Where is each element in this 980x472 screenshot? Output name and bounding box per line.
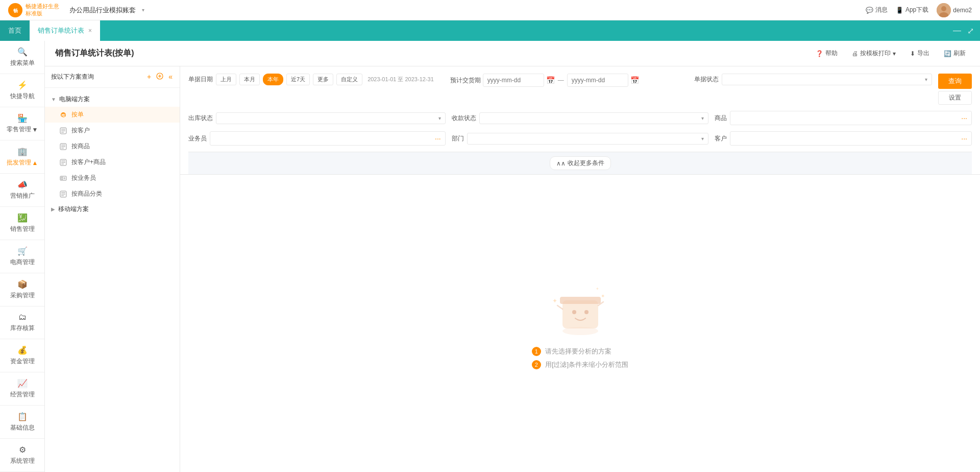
finance-icon: 💰	[17, 345, 28, 355]
tip-num-1: 1	[532, 347, 541, 356]
filter-doc-status-item: 单据状态 ▾	[694, 74, 932, 85]
logo-text: 畅捷通好生意 标准版	[26, 3, 59, 16]
system-icon: ⚙	[19, 445, 26, 455]
sales-icon: 💹	[17, 213, 28, 223]
download-icon: 📱	[896, 7, 903, 14]
filter-department-item: 部门 ▾	[452, 133, 709, 145]
sidebar-item-system[interactable]: ⚙ 系统管理	[0, 439, 44, 472]
message-btn[interactable]: 💬 消息	[866, 6, 888, 14]
department-label: 部门	[452, 134, 464, 143]
scheme-list: ▼ 电脑端方案 按 按单	[45, 88, 180, 472]
date-btn-7days[interactable]: 近7天	[286, 74, 310, 85]
logo-box: 畅 畅捷通好生意 标准版	[8, 3, 59, 17]
sidebar-item-basic[interactable]: 📋 基础信息	[0, 406, 44, 439]
query-btn[interactable]: 查询	[938, 74, 972, 89]
svg-text:✦: ✦	[601, 293, 605, 299]
setting-btn[interactable]: 设置	[938, 91, 972, 105]
calendar-icon-2[interactable]: 📅	[630, 76, 639, 84]
tab-bar-actions: — ⤢	[951, 24, 980, 38]
collapse-more-btn[interactable]: ∧∧ 收起更多条件	[550, 156, 611, 170]
app-dropdown-arrow[interactable]: ▾	[142, 7, 144, 13]
scheme-item-by-salesperson[interactable]: 按业务员	[45, 170, 180, 186]
quick-nav-icon: ⚡	[17, 80, 28, 90]
date-btn-this-month[interactable]: 本月	[239, 74, 260, 85]
scheme-panel-actions: + «	[146, 72, 174, 82]
salesperson-more-btn[interactable]: ···	[435, 134, 441, 143]
empty-state: ✦ ✦ ✦ 1 请先选择要分析的方案 2 用[过滤]条件来缩小分析范围	[180, 175, 980, 472]
scheme-collapse-btn[interactable]: «	[167, 72, 174, 82]
export-btn[interactable]: ⬇ 导出	[906, 47, 934, 60]
scheme-item-by-customer-product[interactable]: 按客户+商品	[45, 154, 180, 170]
sidebar-item-inventory[interactable]: 🗂 库存核算	[0, 306, 44, 339]
app-download-btn[interactable]: 📱 App下载	[896, 6, 928, 14]
svg-rect-31	[562, 300, 598, 328]
tab-minimize-btn[interactable]: —	[951, 24, 963, 37]
calendar-icon-1[interactable]: 📅	[546, 76, 555, 84]
sidebar-item-operations[interactable]: 📈 经营管理	[0, 372, 44, 406]
filter-delivery-status-item: 出库状态 ▾	[188, 112, 446, 124]
top-bar: 畅 畅捷通好生意 标准版 办公用品行业模拟账套 ▾ 💬 消息 📱 App下载	[0, 0, 980, 20]
sidebar-item-search-menu[interactable]: 🔍 搜索菜单	[0, 41, 44, 74]
payment-status-select[interactable]: ▾	[479, 112, 709, 124]
svg-text:✦: ✦	[552, 297, 557, 304]
empty-tip-1: 1 请先选择要分析的方案	[532, 347, 628, 356]
filter-container: 单据日期 上月 本月 本年 近7天 更多 自定义 2023-01-01 至 20…	[180, 66, 980, 175]
message-icon: 💬	[866, 7, 873, 14]
user-name: demo2	[953, 7, 972, 14]
product-more-btn[interactable]: ···	[961, 114, 967, 122]
collapse-icon: ∧∧	[556, 160, 566, 167]
purchase-icon: 📦	[17, 279, 28, 289]
svg-point-3	[941, 6, 946, 11]
salesperson-label: 业务员	[188, 134, 207, 143]
date-btn-this-year[interactable]: 本年	[263, 74, 283, 85]
sidebar-item-ecommerce[interactable]: 🛒 电商管理	[0, 240, 44, 273]
scheme-group-desktop-header[interactable]: ▼ 电脑端方案	[45, 92, 180, 107]
scheme-group-mobile-header[interactable]: ▶ 移动端方案	[45, 202, 180, 217]
tab-sales-order-stats[interactable]: 销售订单统计表 ×	[30, 20, 100, 41]
svg-text:✦: ✦	[596, 287, 599, 291]
tab-maximize-btn[interactable]: ⤢	[965, 24, 976, 38]
doc-status-select[interactable]: ▾	[722, 74, 932, 85]
expected-date-to[interactable]	[567, 74, 628, 87]
sidebar-item-purchase[interactable]: 📦 采购管理	[0, 273, 44, 306]
scheme-item-by-customer[interactable]: 按客户	[45, 123, 180, 138]
scheme-item-by-product-category[interactable]: 按商品分类	[45, 186, 180, 202]
page-header: 销售订单统计表(按单) ❓ 帮助 🖨 按模板打印 ▾ ⬇ 导出 🔄 刷新	[45, 41, 980, 66]
expected-date-from[interactable]	[483, 74, 544, 87]
collapse-row: ∧∧ 收起更多条件	[188, 152, 972, 174]
customer-more-btn[interactable]: ···	[961, 134, 967, 143]
scheme-item-by-order[interactable]: 按 按单	[45, 107, 180, 123]
scheme-panel-header: 按以下方案查询 + «	[45, 66, 180, 88]
tab-home[interactable]: 首页	[0, 20, 30, 41]
date-btn-more[interactable]: 更多	[313, 74, 333, 85]
filter-expected-date-item: 预计交货期 📅 — 📅	[450, 74, 688, 87]
sidebar-item-sales[interactable]: 💹 销售管理	[0, 207, 44, 240]
date-btn-custom[interactable]: 自定义	[336, 74, 362, 85]
scheme-add-btn[interactable]: +	[146, 72, 152, 82]
delivery-status-select[interactable]: ▾	[216, 112, 446, 124]
date-btn-prev-month[interactable]: 上月	[216, 74, 236, 85]
refresh-btn[interactable]: 🔄 刷新	[940, 47, 970, 60]
top-bar-right: 💬 消息 📱 App下载 demo2	[866, 3, 972, 17]
by-order-icon: 按	[59, 111, 67, 119]
date-separator: —	[557, 77, 565, 84]
sidebar-item-finance[interactable]: 💰 资金管理	[0, 339, 44, 372]
help-btn[interactable]: ❓ 帮助	[812, 47, 842, 60]
delivery-status-label: 出库状态	[188, 114, 213, 123]
template-print-btn[interactable]: 🖨 按模板打印 ▾	[848, 47, 900, 60]
page-actions: ❓ 帮助 🖨 按模板打印 ▾ ⬇ 导出 🔄 刷新	[812, 47, 970, 60]
scheme-item-by-product[interactable]: 按商品	[45, 138, 180, 154]
filter-row-3: 业务员 ··· 部门 ▾	[188, 131, 972, 146]
sidebar-item-marketing[interactable]: 📣 营销推广	[0, 174, 44, 207]
scheme-group-mobile: ▶ 移动端方案	[45, 202, 180, 217]
tab-close-btn[interactable]: ×	[88, 27, 92, 34]
print-icon: 🖨	[852, 50, 858, 57]
sidebar-item-wholesale[interactable]: 🏢 批发管理 ▲	[0, 140, 44, 174]
basic-icon: 📋	[17, 412, 28, 421]
sidebar-item-quick-nav[interactable]: ⚡ 快捷导航	[0, 74, 44, 107]
scheme-group-mobile-arrow: ▶	[51, 206, 55, 212]
department-select[interactable]: ▾	[467, 133, 709, 145]
scheme-edit-btn[interactable]	[155, 72, 164, 82]
sidebar-item-retail[interactable]: 🏪 零售管理 ▼	[0, 107, 44, 140]
user-avatar-btn[interactable]: demo2	[937, 3, 972, 17]
